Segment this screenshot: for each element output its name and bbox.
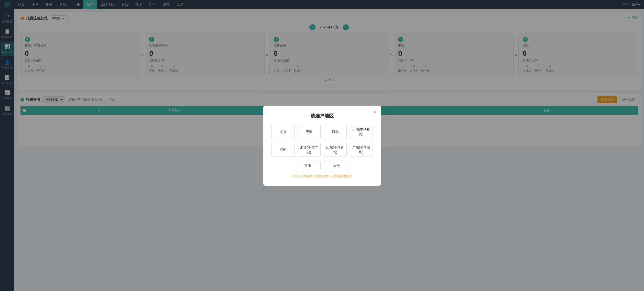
region-btn-shanghai[interactable]: 上海(电子税局) — [350, 125, 373, 139]
region-grid-row1: 北京 天津 河北 上海(电子税局) — [271, 125, 373, 139]
region-btn-shandong[interactable]: 山东(不含青岛) — [324, 143, 347, 157]
region-grid-row2: 江苏 浙江(不含宁波) 山东(不含青岛) 广东(不含深圳) — [271, 143, 373, 157]
modal-overlay[interactable]: × 请选择地区 北京 天津 河北 上海(电子税局) 江苏 浙江(不含宁波) 山东… — [0, 0, 644, 291]
region-btn-beijing[interactable]: 北京 — [271, 125, 294, 139]
region-btn-zhejiang[interactable]: 浙江(不含宁波) — [298, 143, 321, 157]
warning-icon: ⚠ — [291, 174, 294, 178]
warning-text: 除以上地区外其他地区暂不支持报税检查！ — [295, 174, 353, 178]
modal-title: 请选择地区 — [271, 113, 373, 119]
region-btn-hainan[interactable]: 海南 — [295, 161, 321, 170]
modal-warning: ⚠ 除以上地区外其他地区暂不支持报税检查！ — [271, 174, 373, 178]
region-btn-guangdong[interactable]: 广东(不含深圳) — [350, 143, 373, 157]
modal-close-btn[interactable]: × — [374, 109, 376, 115]
region-btn-jiangsu[interactable]: 江苏 — [271, 143, 294, 157]
region-select-modal: × 请选择地区 北京 天津 河北 上海(电子税局) 江苏 浙江(不含宁波) 山东… — [263, 106, 381, 186]
region-btn-hebei[interactable]: 河北 — [324, 125, 347, 139]
region-btn-yunnan[interactable]: 云南 — [324, 161, 349, 170]
region-btn-tianjin[interactable]: 天津 — [298, 125, 321, 139]
region-grid-row3: 海南 云南 — [271, 161, 373, 170]
